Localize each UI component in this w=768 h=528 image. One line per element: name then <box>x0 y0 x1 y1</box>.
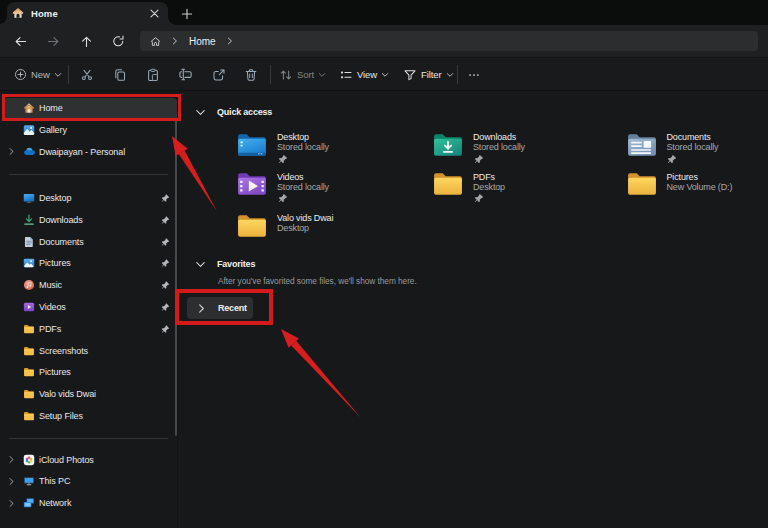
quick-access-tile-downloads[interactable]: DownloadsStored locally <box>433 132 623 170</box>
forward-button[interactable] <box>41 29 65 53</box>
annotation-box-recent <box>175 289 273 325</box>
back-arrow-icon <box>14 35 27 48</box>
quick-access-tile-desktop[interactable]: DesktopStored locally <box>237 132 427 170</box>
sidebar-item-gallery[interactable]: Gallery <box>4 119 174 140</box>
trash-icon <box>244 68 258 82</box>
folder-icon <box>22 322 36 336</box>
up-arrow-icon <box>80 35 93 48</box>
breadcrumb-chevron-icon[interactable] <box>226 37 234 45</box>
filter-button[interactable]: Filter <box>398 62 459 88</box>
sidebar-item-label: PDFs <box>39 324 161 334</box>
sidebar-item-valo-vids-dwai[interactable]: Valo vids Dwai <box>4 384 174 405</box>
chevron-down-icon <box>381 71 389 79</box>
chevron-down-icon[interactable] <box>192 256 208 272</box>
see-more-button[interactable] <box>460 62 488 88</box>
share-button[interactable] <box>205 62 233 88</box>
pin-icon <box>161 237 170 247</box>
copy-icon <box>113 68 127 82</box>
chevron-down-icon <box>54 71 62 79</box>
sidebar-item-label: Music <box>39 280 161 290</box>
sidebar-item-documents[interactable]: Documents <box>4 231 174 252</box>
favorites-empty-text: After you've favorited some files, we'll… <box>218 276 417 286</box>
folder-downloads-icon <box>433 132 463 158</box>
sidebar-item-music[interactable]: Music <box>4 275 174 296</box>
pin-icon <box>278 154 288 164</box>
sidebar-item-label: Gallery <box>39 125 174 135</box>
sidebar-item-pictures[interactable]: Pictures <box>4 253 174 274</box>
folder-icon <box>22 344 36 358</box>
expand-chevron-icon[interactable] <box>4 499 19 508</box>
icloud-icon <box>22 453 36 467</box>
cut-button[interactable] <box>73 62 101 88</box>
tab-close-icon[interactable] <box>146 6 162 22</box>
tile-name: PDFs <box>473 172 495 182</box>
tile-name: Videos <box>277 172 303 182</box>
sidebar-item-label: Dwaipayan - Personal <box>39 147 174 157</box>
copy-button[interactable] <box>106 62 134 88</box>
sidebar-item-label: Setup Files <box>39 411 174 421</box>
tab-flare-right <box>168 17 176 25</box>
navigation-bar: Home <box>0 25 768 58</box>
new-button[interactable]: New <box>9 62 67 88</box>
favorites-title: Favorites <box>217 259 255 269</box>
pin-icon <box>161 302 170 312</box>
forward-arrow-icon <box>47 35 60 48</box>
chevron-down-icon[interactable] <box>192 104 208 120</box>
expand-chevron-icon[interactable] <box>4 477 19 486</box>
sidebar-item-label: Videos <box>39 302 161 312</box>
new-tab-button[interactable] <box>176 4 198 23</box>
pin-icon <box>161 324 170 334</box>
chevron-down-icon <box>446 71 454 79</box>
sidebar-item-desktop[interactable]: Desktop <box>4 188 174 209</box>
paste-button[interactable] <box>139 62 167 88</box>
sidebar-item-videos[interactable]: Videos <box>4 297 174 318</box>
view-list-icon <box>339 68 353 82</box>
rename-icon <box>178 67 193 82</box>
back-button[interactable] <box>8 29 32 53</box>
toolbar-separator <box>270 65 271 84</box>
quick-access-tile-pdfs[interactable]: PDFsDesktop <box>433 171 623 209</box>
desktop-icon <box>22 191 36 205</box>
favorites-header[interactable]: Favorites <box>192 256 255 272</box>
sidebar-item-pdfs[interactable]: PDFs <box>4 318 174 339</box>
folder-icon <box>22 409 36 423</box>
sidebar-item-this-pc[interactable]: This PC <box>4 471 174 492</box>
sidebar-item-label: Screenshots <box>39 346 174 356</box>
sidebar-scrollbar[interactable] <box>175 116 177 436</box>
sidebar-item-icloud-photos[interactable]: iCloud Photos <box>4 449 174 470</box>
sort-button[interactable]: Sort <box>274 62 331 88</box>
tile-subtitle: Stored locally <box>277 182 329 192</box>
sidebar-item-screenshots[interactable]: Screenshots <box>4 340 174 361</box>
delete-button[interactable] <box>237 62 265 88</box>
breadcrumb-home[interactable]: Home <box>189 36 216 47</box>
cut-icon <box>80 68 94 82</box>
tile-name: Downloads <box>473 132 516 142</box>
sidebar-item-label: Pictures <box>39 367 174 377</box>
quick-access-tile-documents[interactable]: DocumentsStored locally <box>627 132 768 170</box>
sidebar-item-network[interactable]: Network <box>4 493 174 514</box>
up-button[interactable] <box>74 29 98 53</box>
quick-access-tile-pictures[interactable]: PicturesNew Volume (D:) <box>627 171 768 209</box>
tab-home[interactable]: Home <box>7 2 168 25</box>
sidebar-item-setup-files[interactable]: Setup Files <box>4 406 174 427</box>
sidebar-item-dwaipayan-personal[interactable]: Dwaipayan - Personal <box>4 141 174 162</box>
downloads-icon <box>22 213 36 227</box>
pin-icon <box>161 258 170 268</box>
tile-subtitle: Stored locally <box>277 142 329 152</box>
view-button[interactable]: View <box>334 62 394 88</box>
sidebar-item-label: This PC <box>39 476 174 486</box>
refresh-button[interactable] <box>106 29 130 53</box>
rename-button[interactable] <box>172 62 200 88</box>
tile-name: Valo vids Dwai <box>277 213 333 223</box>
quick-access-tile-valo-vids-dwai[interactable]: Valo vids DwaiDesktop <box>237 213 427 251</box>
expand-chevron-icon[interactable] <box>4 147 19 156</box>
sidebar-item-downloads[interactable]: Downloads <box>4 209 174 230</box>
quick-access-header[interactable]: Quick access <box>192 104 272 120</box>
sidebar-item-pictures[interactable]: Pictures <box>4 362 174 383</box>
network-icon <box>22 496 36 510</box>
sidebar-item-label: Pictures <box>39 258 161 268</box>
address-bar[interactable]: Home <box>140 31 758 51</box>
explorer-body: HomeGalleryDwaipayan - PersonalDesktopDo… <box>0 92 768 528</box>
quick-access-tile-videos[interactable]: VideosStored locally <box>237 171 427 209</box>
expand-chevron-icon[interactable] <box>4 455 19 464</box>
